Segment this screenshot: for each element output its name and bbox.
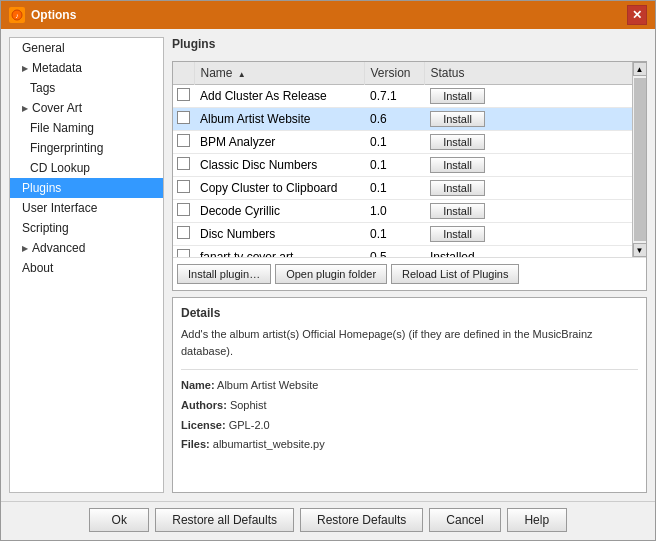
sidebar-item-cover-art[interactable]: Cover Art <box>10 98 163 118</box>
plugin-checkbox-cell <box>173 223 194 246</box>
plugin-version-cell: 0.1 <box>364 177 424 200</box>
sidebar-item-user-interface[interactable]: User Interface <box>10 198 163 218</box>
scrollbar[interactable]: ▲ ▼ <box>632 62 646 257</box>
sidebar-item-scripting[interactable]: Scripting <box>10 218 163 238</box>
scroll-up-button[interactable]: ▲ <box>633 62 647 76</box>
details-authors-row: Authors: Sophist <box>181 396 638 416</box>
details-description: Add's the album artist(s) Official Homep… <box>181 326 638 359</box>
scroll-down-button[interactable]: ▼ <box>633 243 647 257</box>
close-button[interactable]: ✕ <box>627 5 647 25</box>
app-icon: ♪ <box>9 7 25 23</box>
plugin-name-cell: Classic Disc Numbers <box>194 154 364 177</box>
col-status[interactable]: Status <box>424 62 646 85</box>
plugin-checkbox-cell <box>173 85 194 108</box>
help-button[interactable]: Help <box>507 508 567 532</box>
install-button[interactable]: Install <box>430 134 485 150</box>
install-button[interactable]: Install <box>430 226 485 242</box>
restore-all-defaults-button[interactable]: Restore all Defaults <box>155 508 294 532</box>
plugin-checkbox[interactable] <box>177 203 190 216</box>
reload-plugins-button[interactable]: Reload List of Plugins <box>391 264 519 284</box>
plugin-status-cell: Installed <box>424 246 646 258</box>
plugin-version-cell: 0.1 <box>364 131 424 154</box>
plugin-checkbox-cell <box>173 154 194 177</box>
sidebar-item-about[interactable]: About <box>10 258 163 278</box>
install-button[interactable]: Install <box>430 180 485 196</box>
sidebar-item-cd-lookup[interactable]: CD Lookup <box>10 158 163 178</box>
plugin-version-cell: 0.1 <box>364 223 424 246</box>
plugin-checkbox[interactable] <box>177 226 190 239</box>
options-window: ♪ Options ✕ General Metadata Tags Cover … <box>0 0 656 541</box>
table-row[interactable]: Album Artist Website0.6Install <box>173 108 646 131</box>
open-plugin-folder-button[interactable]: Open plugin folder <box>275 264 387 284</box>
plugin-status-cell: Install <box>424 200 646 223</box>
bottom-bar: Ok Restore all Defaults Restore Defaults… <box>1 501 655 540</box>
table-row[interactable]: fanart.tv cover art0.5Installed <box>173 246 646 258</box>
plugin-checkbox[interactable] <box>177 88 190 101</box>
plugin-name-cell: Copy Cluster to Clipboard <box>194 177 364 200</box>
install-button[interactable]: Install <box>430 157 485 173</box>
plugin-version-cell: 0.7.1 <box>364 85 424 108</box>
details-license-value: GPL-2.0 <box>229 419 270 431</box>
plugin-name-cell: Add Cluster As Release <box>194 85 364 108</box>
restore-defaults-button[interactable]: Restore Defaults <box>300 508 423 532</box>
plugin-checkbox-cell <box>173 108 194 131</box>
install-plugin-button[interactable]: Install plugin… <box>177 264 271 284</box>
sidebar-item-general[interactable]: General <box>10 38 163 58</box>
col-name[interactable]: Name ▲ <box>194 62 364 85</box>
install-button[interactable]: Install <box>430 111 485 127</box>
ok-button[interactable]: Ok <box>89 508 149 532</box>
plugin-status-cell: Install <box>424 131 646 154</box>
plugin-status-cell: Install <box>424 108 646 131</box>
details-authors-label: Authors: <box>181 399 227 411</box>
plugin-checkbox-cell <box>173 177 194 200</box>
table-row[interactable]: Add Cluster As Release0.7.1Install <box>173 85 646 108</box>
table-row[interactable]: Copy Cluster to Clipboard0.1Install <box>173 177 646 200</box>
table-row[interactable]: Disc Numbers0.1Install <box>173 223 646 246</box>
plugin-status-cell: Install <box>424 85 646 108</box>
plugin-status-cell: Install <box>424 223 646 246</box>
window-title: Options <box>31 8 627 22</box>
table-row[interactable]: Decode Cyrillic1.0Install <box>173 200 646 223</box>
sidebar-item-metadata[interactable]: Metadata <box>10 58 163 78</box>
plugin-name-cell: BPM Analyzer <box>194 131 364 154</box>
details-authors-value: Sophist <box>230 399 267 411</box>
details-separator <box>181 369 638 370</box>
svg-text:♪: ♪ <box>15 12 19 19</box>
plugins-section-label: Plugins <box>172 37 647 51</box>
plugin-checkbox[interactable] <box>177 134 190 147</box>
sidebar: General Metadata Tags Cover Art File Nam… <box>9 37 164 493</box>
table-row[interactable]: BPM Analyzer0.1Install <box>173 131 646 154</box>
scroll-thumb[interactable] <box>634 78 646 241</box>
col-checkbox <box>173 62 194 85</box>
install-button[interactable]: Install <box>430 203 485 219</box>
plugin-checkbox[interactable] <box>177 180 190 193</box>
details-license-label: License: <box>181 419 226 431</box>
table-row[interactable]: Classic Disc Numbers0.1Install <box>173 154 646 177</box>
sidebar-item-fingerprinting[interactable]: Fingerprinting <box>10 138 163 158</box>
details-title: Details <box>181 306 638 320</box>
details-metadata: Name: Album Artist Website Authors: Soph… <box>181 376 638 455</box>
plugin-name-cell: fanart.tv cover art <box>194 246 364 258</box>
plugin-version-cell: 0.6 <box>364 108 424 131</box>
sidebar-item-file-naming[interactable]: File Naming <box>10 118 163 138</box>
content-area: General Metadata Tags Cover Art File Nam… <box>1 29 655 501</box>
cancel-button[interactable]: Cancel <box>429 508 500 532</box>
col-version[interactable]: Version <box>364 62 424 85</box>
details-name-value: Album Artist Website <box>217 379 318 391</box>
install-button[interactable]: Install <box>430 88 485 104</box>
sidebar-item-plugins[interactable]: Plugins <box>10 178 163 198</box>
details-name-label: Name: <box>181 379 215 391</box>
sort-arrow-icon: ▲ <box>238 70 246 79</box>
table-wrapper: Name ▲ Version Status <box>173 62 646 257</box>
plugin-checkbox[interactable] <box>177 157 190 170</box>
plugin-action-buttons: Install plugin… Open plugin folder Reloa… <box>173 257 646 290</box>
plugin-checkbox-cell <box>173 246 194 258</box>
main-panel: Plugins Name ▲ <box>172 37 647 493</box>
sidebar-item-tags[interactable]: Tags <box>10 78 163 98</box>
sidebar-item-advanced[interactable]: Advanced <box>10 238 163 258</box>
plugin-status-cell: Install <box>424 177 646 200</box>
plugins-area: Name ▲ Version Status <box>172 61 647 291</box>
plugin-version-cell: 0.1 <box>364 154 424 177</box>
plugin-checkbox[interactable] <box>177 111 190 124</box>
plugin-checkbox[interactable] <box>177 249 190 257</box>
